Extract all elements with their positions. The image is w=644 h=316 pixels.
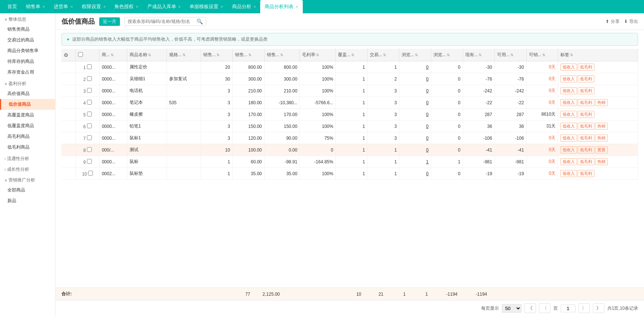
nav-item-进货单[interactable]: 进货单× — [49, 0, 77, 13]
nav-close-icon[interactable]: × — [254, 4, 256, 9]
cell-view1[interactable]: 0 — [399, 85, 431, 97]
row-checkbox[interactable] — [87, 147, 92, 152]
sidebar-group-流通性分析[interactable]: ›流通性分析 — [0, 153, 55, 163]
sidebar-item-商品分类销售率[interactable]: 商品分类销售率 — [0, 45, 55, 56]
nav-close-icon[interactable]: × — [136, 4, 138, 9]
row-checkbox[interactable] — [87, 76, 92, 81]
sidebar-item-低覆盖度商品[interactable]: 低覆盖度商品 — [0, 120, 55, 131]
sidebar-item-销售类商品[interactable]: 销售类商品 — [0, 24, 55, 35]
sort-icon[interactable]: ⇅ — [383, 53, 386, 57]
view1-link[interactable]: 0 — [426, 171, 429, 176]
next-page-button[interactable]: 〉 — [578, 303, 590, 313]
sidebar-item-低价值商品[interactable]: 低价值商品 — [0, 99, 55, 110]
share-button[interactable]: ⬆ 分享 — [606, 18, 620, 25]
sort-icon[interactable]: ⇅ — [542, 53, 545, 57]
row-checkbox[interactable] — [87, 100, 92, 105]
nav-item-首页[interactable]: 首页 — [3, 0, 21, 13]
nav-item-产成品入库单[interactable]: 产成品入库单× — [143, 0, 185, 13]
per-page-select[interactable]: 50 100 200 — [502, 304, 521, 313]
nav-close-icon[interactable]: × — [296, 4, 298, 9]
view1-link[interactable]: 0 — [426, 88, 429, 94]
sort-icon[interactable]: ⇅ — [479, 53, 482, 57]
page-input[interactable] — [561, 305, 576, 312]
sort-icon[interactable]: ⇅ — [280, 53, 283, 57]
cell-view1[interactable]: 1 — [399, 156, 431, 168]
sort-icon[interactable]: ⇅ — [570, 53, 573, 57]
nav-item-权限设置[interactable]: 权限设置× — [77, 0, 110, 13]
cell-settings — [61, 144, 76, 156]
sort-icon[interactable]: ⇅ — [217, 53, 219, 57]
view1-link[interactable]: 0 — [426, 112, 429, 117]
nav-item-商品分析列表[interactable]: 商品分析列表× — [260, 0, 302, 13]
cell-settings — [61, 97, 76, 109]
nav-close-icon[interactable]: × — [178, 4, 181, 9]
table-wrap[interactable]: ⚙商...⇅商品名称⇅规格...⇅销售...⇅销售...⇅销售...⇅毛利率⇅覆… — [56, 49, 644, 288]
cell-view1[interactable]: 0 — [399, 109, 431, 120]
search-icon[interactable]: 🔍 — [197, 18, 203, 24]
sort-icon[interactable]: ⇅ — [415, 53, 418, 57]
select-all-checkbox[interactable] — [78, 52, 83, 57]
row-checkbox[interactable] — [87, 123, 92, 128]
sidebar-item-交易过的商品[interactable]: 交易过的商品 — [0, 35, 55, 45]
nav-item-商品分析[interactable]: 商品分析× — [228, 0, 260, 13]
export-button[interactable]: ⬇ 导出 — [624, 18, 638, 25]
sort-icon[interactable]: ⇅ — [447, 53, 450, 57]
tag: 低收入 — [560, 64, 577, 71]
sort-icon[interactable]: ⇅ — [148, 53, 151, 57]
sidebar-item-待库存的商品[interactable]: 待库存的商品 — [0, 56, 55, 67]
nav-close-icon[interactable]: × — [43, 4, 45, 9]
row-checkbox[interactable] — [87, 64, 92, 69]
nav-item-销售单[interactable]: 销售单× — [21, 0, 49, 13]
cell-view1[interactable]: 0 — [399, 73, 431, 85]
row-checkbox[interactable] — [87, 112, 92, 116]
row-checkbox[interactable] — [87, 88, 92, 93]
nav-item-角色授权[interactable]: 角色授权× — [110, 0, 142, 13]
row-checkbox[interactable] — [88, 171, 93, 176]
search-input[interactable] — [128, 19, 194, 24]
nav-close-icon[interactable]: × — [221, 4, 223, 9]
sidebar-item-高覆盖度商品[interactable]: 高覆盖度商品 — [0, 110, 55, 120]
first-page-button[interactable]: 《 — [524, 303, 536, 313]
sidebar-group-整体信息[interactable]: ∨整体信息 — [0, 13, 55, 24]
sort-icon[interactable]: ⇅ — [351, 53, 354, 57]
view1-link[interactable]: 1 — [426, 159, 429, 164]
nav-close-icon[interactable]: × — [103, 4, 105, 9]
sidebar-item-高价值商品[interactable]: 高价值商品 — [0, 88, 55, 99]
row-checkbox[interactable] — [87, 135, 92, 140]
sort-icon[interactable]: ⇅ — [316, 53, 319, 57]
view1-link[interactable]: 0 — [426, 147, 429, 153]
sidebar-item-高毛利商品[interactable]: 高毛利商品 — [0, 131, 55, 142]
sidebar-item-全部商品[interactable]: 全部商品 — [0, 185, 55, 196]
cell-view1[interactable]: 0 — [399, 61, 431, 73]
nav-close-icon[interactable]: × — [70, 4, 73, 9]
sidebar-group-盈利分析[interactable]: ∨盈利分析 — [0, 78, 55, 88]
nav-item-单据模板设置[interactable]: 单据模板设置× — [185, 0, 227, 13]
cell-view1[interactable]: 0 — [399, 168, 431, 180]
last-page-button[interactable]: 》 — [593, 303, 604, 313]
view1-link[interactable]: 0 — [426, 100, 429, 105]
tag: 低毛利 — [578, 146, 594, 153]
sidebar-group-成长性分析[interactable]: ›成长性分析 — [0, 163, 55, 174]
sidebar-item-低毛利商品[interactable]: 低毛利商品 — [0, 142, 55, 153]
view1-link[interactable]: 0 — [426, 136, 429, 141]
row-checkbox[interactable] — [87, 159, 92, 164]
sidebar-group-营销推广分析[interactable]: ∨营销推广分析 — [0, 174, 55, 185]
period-button[interactable]: 近一月 — [99, 17, 120, 26]
sort-icon[interactable]: ⇅ — [510, 53, 513, 57]
prev-page-button[interactable]: 〈 — [539, 303, 550, 313]
page-label: 页 — [553, 305, 558, 312]
cell-view1[interactable]: 0 — [399, 144, 431, 156]
sort-icon[interactable]: ⇅ — [111, 53, 114, 57]
sort-icon[interactable]: ⇅ — [248, 53, 251, 57]
cell-view1[interactable]: 0 — [399, 132, 431, 144]
sidebar-item-新品[interactable]: 新品 — [0, 196, 55, 206]
cell-num: 9 — [76, 156, 99, 168]
cell-view1[interactable]: 0 — [399, 97, 431, 109]
sidebar-item-库存资金占用[interactable]: 库存资金占用 — [0, 67, 55, 78]
sort-icon[interactable]: ⇅ — [182, 53, 185, 57]
view1-link[interactable]: 0 — [426, 65, 429, 70]
cell-view1[interactable]: 0 — [399, 120, 431, 132]
settings-icon[interactable]: ⚙ — [64, 52, 68, 58]
view1-link[interactable]: 0 — [426, 77, 429, 82]
view1-link[interactable]: 0 — [426, 124, 429, 129]
